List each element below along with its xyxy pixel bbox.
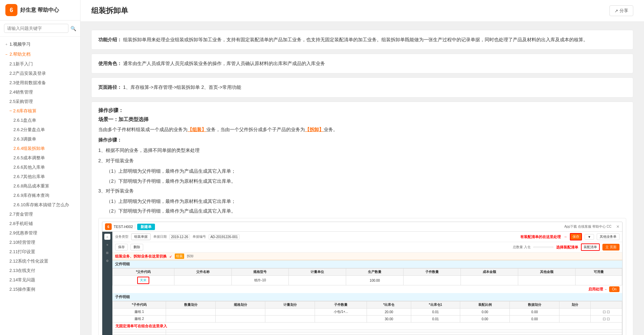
- mock-code-value: AD-20191226-001: [209, 234, 239, 239]
- mock-main-area: 业务类型 组装单据 单据日期 2019-12-26 单据编号 AD-201912…: [112, 232, 622, 335]
- content-area: 功能介绍： 组装拆卸单用来处理企业组装或拆卸等加工业务，支持有固定装配清单的产品…: [80, 22, 644, 335]
- mock-upper-th-5: 生产数量: [346, 269, 404, 276]
- sidebar-item-cases[interactable]: 2.15操作案例: [0, 285, 80, 294]
- intro-card-1: 功能介绍： 组装拆卸单用来处理企业组装或拆卸等加工业务，支持有固定装配清单的产品…: [91, 30, 633, 50]
- mock-annotation3-bar: 组装业务、拆卸业务在这里切换 ↙ 组装 拆卸: [112, 253, 622, 260]
- sidebar-item-other-out[interactable]: 2.6.7其他出库单: [0, 172, 80, 181]
- mock-lower-row-1: 藤纸 1 小包/1+... 20.00 0.01 0.00 0.00: [113, 309, 622, 316]
- mock-upper-cell-code: 关米: [113, 276, 174, 285]
- mock-upper-th-3: 规格型号: [231, 269, 289, 276]
- share-label: 分享: [620, 8, 628, 14]
- annotation5: 无固定清单可在组合在这里录入: [115, 324, 167, 328]
- sidebar-item-personalize[interactable]: 2.12系统个性化设置: [0, 257, 80, 266]
- sidebar-item-online-pay[interactable]: 2.13在线支付: [0, 266, 80, 275]
- mock-lower-th-2: 数量划分: [166, 301, 216, 309]
- sidebar-item-transfer[interactable]: 2.6.3调拨单: [0, 134, 80, 144]
- sidebar-item-cost-adj[interactable]: 2.6.5成本调整单: [0, 153, 80, 163]
- mock-lower-table: *子件代码 数量划分 规格划分 计量划分 子件数量 *出库仓 *出库仓1 装配比…: [112, 301, 622, 335]
- mock-save-btn: 保存: [115, 244, 128, 250]
- mock-lower-r1-c4: [265, 309, 315, 316]
- mock-list-icon: ≡: [104, 242, 110, 248]
- nav-tree: + 1.视频学习 − 2.帮助文档 2.1新手入门 2.2产品安装及登录 2.3…: [0, 37, 80, 335]
- main-header: 组装拆卸单 ↗ 分享: [80, 0, 644, 22]
- sidebar-item-stocktake[interactable]: 2.6.1盘点单: [0, 116, 80, 125]
- mock-lower-r3-annotation: 无固定清单可在组合在这里录入: [113, 323, 622, 330]
- annotation2: 选择装配清单: [556, 245, 578, 250]
- sidebar-item-partial-stocktake[interactable]: 2.6.2分量盘点单: [0, 125, 80, 134]
- ops-label: 操作步骤：: [98, 136, 626, 144]
- mock-confirm-btn: 立 页面: [602, 244, 620, 250]
- arrow1: →: [564, 235, 567, 239]
- mock-lower-th-11: [590, 301, 622, 309]
- mock-lower-r2-c2: [166, 316, 216, 323]
- mock-sub-toolbar: 保存 删除 总数量 入仓 选择装配清单 装配清单 立 页面: [112, 242, 622, 253]
- mock-lower-th-6: *出库仓: [367, 301, 411, 309]
- mock-upper-section-header: 父件明细: [112, 260, 622, 268]
- ops-title: 操作步骤：: [98, 107, 626, 114]
- mock-lower-th-3: 规格划分: [216, 301, 265, 309]
- mock-lower-section-header: 子件明细: [112, 293, 622, 301]
- sidebar-item-newcomer[interactable]: 2.1新手入门: [0, 59, 80, 69]
- sidebar-item-ledger-fix[interactable]: 2.6.10库存账本搞错了怎么办: [0, 200, 80, 210]
- sidebar-item-install[interactable]: 2.2产品安装及登录: [0, 69, 80, 78]
- mock-lower-r5-c1: [113, 332, 166, 335]
- mock-del-btn: 删除: [130, 244, 143, 250]
- step2: 2、对于组装业务: [98, 157, 626, 165]
- sidebar-item-inventory[interactable]: − 2.6库存核算: [0, 106, 80, 116]
- sidebar-item-mobile[interactable]: 2.8手机旺铺: [0, 219, 80, 228]
- mock-lower-r1-c10: [559, 309, 590, 316]
- sidebar-item-data-prep[interactable]: 2.3使用前数据准备: [0, 78, 80, 88]
- sidebar-item-management[interactable]: 2.10经营管理: [0, 238, 80, 247]
- mock-lower-r1-c2: [166, 309, 216, 316]
- sidebar-item-faq[interactable]: 2.14常见问题: [0, 275, 80, 285]
- annotation4: 启用处理: [588, 287, 603, 292]
- sidebar-item-cost-recalc[interactable]: 2.6.8商品成本重算: [0, 181, 80, 191]
- sidebar-label-s2: 2.帮助文档: [9, 51, 31, 57]
- mock-screenshot: 6 TEST-H002 新建单 App下载 在线客服 帮助中心 CC ✕: [102, 222, 623, 335]
- intro2-label: 使用角色：: [98, 61, 122, 66]
- step3: 3、对于拆装业务: [98, 187, 626, 195]
- search-input[interactable]: [4, 24, 68, 33]
- intro1-text: 组装拆卸单用来处理企业组装或拆卸等加工业务，支持有固定装配清单的产品加工业务，也…: [123, 37, 588, 42]
- mock-lower-th-1: *子件代码: [113, 301, 166, 309]
- arrow3: ↙: [169, 255, 172, 258]
- sidebar-item-purchase[interactable]: 2.5采购管理: [0, 97, 80, 106]
- intro1-label: 功能介绍：: [98, 37, 122, 42]
- mock-lower-row-4: [113, 330, 622, 332]
- sidebar-item-video[interactable]: + 1.视频学习: [0, 39, 80, 49]
- share-button[interactable]: ↗ 分享: [609, 5, 633, 16]
- sidebar-item-assembly[interactable]: 2.6.4组装拆卸单: [0, 144, 80, 153]
- mock-qty-label: 总数量 入仓: [513, 245, 531, 249]
- mock-left-strip: ⌂ ≡ ⊞ ⚙: [102, 232, 112, 335]
- mock-lower-r1-c1: 藤纸 1: [113, 309, 166, 316]
- mock-tab-active: 新建单: [137, 224, 155, 230]
- sidebar-item-finance[interactable]: 2.7资金管理: [0, 210, 80, 219]
- mock-lower-r2-c11: ☐ ☐: [590, 316, 622, 323]
- path-label: 页面路径：: [98, 85, 122, 90]
- mock-lower-r5-rest: [166, 332, 622, 335]
- sidebar-item-print[interactable]: 2.11打印设置: [0, 247, 80, 257]
- sidebar-item-other-in[interactable]: 2.6.6其他入库单: [0, 163, 80, 172]
- main-content: 组装拆卸单 ↗ 分享 功能介绍： 组装拆卸单用来处理企业组装或拆卸等加工业务，支…: [80, 0, 644, 335]
- sidebar-item-ledger-query[interactable]: 2.6.9库存账本查询: [0, 191, 80, 200]
- mock-lower-r2-c1: 藤纸 2: [113, 316, 166, 323]
- sidebar: 6 好生意 帮助中心 🔍 + 1.视频学习 − 2.帮助文档 2.1新手入门 2…: [0, 0, 80, 335]
- mock-upper-th-1: *父件代码: [113, 269, 174, 276]
- mock-logo: 6: [105, 223, 112, 230]
- mock-lower-r2-c6: 30.00: [367, 316, 411, 323]
- sidebar-item-sales[interactable]: 2.4销售管理: [0, 88, 80, 97]
- mock-type-value: 组装单据: [131, 233, 151, 240]
- mock-lower-r2-c3: [216, 316, 265, 323]
- search-button[interactable]: 🔍: [70, 26, 76, 31]
- sidebar-item-help-doc[interactable]: − 2.帮助文档: [0, 49, 80, 59]
- mock-home-icon: ⌂: [104, 234, 110, 240]
- mock-type-label: 业务类型: [115, 234, 128, 239]
- search-box: 🔍: [0, 20, 80, 37]
- mock-code-redbox: 关米: [137, 277, 149, 284]
- sidebar-header: 6 好生意 帮助中心: [0, 0, 80, 20]
- mock-upper-th-9: 可用量: [576, 269, 622, 276]
- mock-close-icon: ✕: [616, 224, 620, 229]
- mock-annotation4-bar: 启用处理 ← On: [112, 285, 622, 293]
- expand-icon-s2_6: −: [9, 108, 13, 113]
- sidebar-item-coupon[interactable]: 2.9优惠券管理: [0, 228, 80, 238]
